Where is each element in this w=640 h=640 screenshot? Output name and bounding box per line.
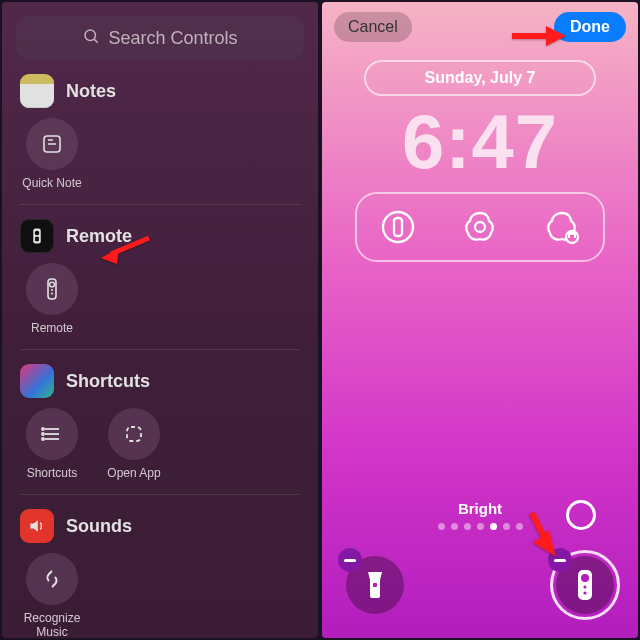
- right-screenshot: Cancel Done Sunday, July 7 6:47 Bright: [322, 2, 638, 638]
- date-widget[interactable]: Sunday, July 7: [364, 60, 596, 96]
- left-screenshot: Search Controls Notes Quick Note: [2, 2, 318, 638]
- svg-rect-18: [394, 218, 402, 236]
- svg-point-24: [583, 585, 586, 588]
- openai-widget-icon[interactable]: [456, 203, 504, 251]
- svg-point-17: [383, 212, 413, 242]
- svg-point-25: [583, 591, 586, 594]
- flashlight-shortcut[interactable]: [346, 556, 404, 614]
- time-display: 6:47: [322, 104, 638, 180]
- cancel-button[interactable]: Cancel: [334, 12, 412, 42]
- annotation-arrow-remote: [97, 234, 151, 268]
- svg-point-19: [475, 222, 485, 232]
- dim-overlay: [2, 2, 318, 638]
- openai-audio-widget-icon[interactable]: [538, 203, 586, 251]
- svg-rect-21: [373, 583, 377, 587]
- svg-point-23: [581, 574, 589, 582]
- widget-row[interactable]: [355, 192, 605, 262]
- battery-widget-icon[interactable]: [374, 203, 422, 251]
- annotation-arrow-done: [510, 24, 566, 52]
- remove-badge-icon[interactable]: [338, 548, 362, 572]
- color-picker-ring[interactable]: [566, 500, 596, 530]
- remote-shortcut[interactable]: [556, 556, 614, 614]
